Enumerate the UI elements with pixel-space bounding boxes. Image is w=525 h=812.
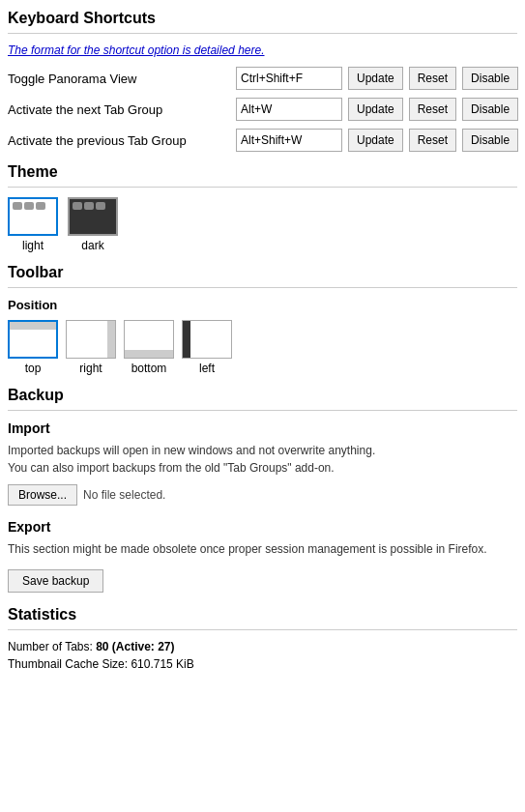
position-options: top right bottom left [8, 320, 517, 375]
keyboard-shortcuts-title: Keyboard Shortcuts [8, 10, 517, 27]
divider-backup [8, 410, 517, 411]
shortcut-row-2: Activate the previous Tab Group Update R… [8, 129, 517, 152]
position-label-right: right [79, 362, 102, 375]
cache-stat-label: Thumbnail Cache Size: [8, 657, 128, 671]
import-controls: Browse... No file selected. [8, 484, 517, 506]
shortcut-update-0[interactable]: Update [348, 67, 403, 90]
shortcut-label-1: Activate the next Tab Group [8, 102, 230, 117]
position-option-left[interactable]: left [182, 320, 232, 375]
position-preview-right [66, 320, 116, 359]
theme-preview-light [8, 197, 58, 236]
browse-button[interactable]: Browse... [8, 484, 77, 506]
export-title: Export [8, 519, 517, 535]
export-section: Export This section might be made obsole… [8, 519, 517, 593]
import-text: Imported backups will open in new window… [8, 442, 517, 477]
theme-dots-dark [70, 199, 116, 213]
shortcut-reset-0[interactable]: Reset [409, 67, 456, 90]
import-text-line2: You can also import backups from the old… [8, 461, 335, 475]
export-text: This section might be made obsolete once… [8, 540, 517, 558]
cache-stat-row: Thumbnail Cache Size: 610.715 KiB [8, 657, 517, 671]
statistics-section: Statistics Number of Tabs: 80 (Active: 2… [8, 606, 517, 671]
save-backup-button[interactable]: Save backup [8, 569, 103, 593]
bottom-bar [125, 350, 173, 358]
dot-2 [24, 202, 34, 210]
divider-stats [8, 629, 517, 630]
import-text-line1: Imported backups will open in new window… [8, 444, 375, 457]
shortcut-update-2[interactable]: Update [348, 129, 403, 152]
import-section: Import Imported backups will open in new… [8, 420, 517, 506]
shortcut-disable-0[interactable]: Disable [462, 67, 518, 90]
shortcut-input-0[interactable] [236, 67, 342, 90]
import-title: Import [8, 420, 517, 436]
theme-label-light: light [22, 239, 44, 252]
position-preview-top [8, 320, 58, 359]
theme-dots-light [10, 199, 56, 213]
shortcut-input-2[interactable] [236, 129, 342, 152]
tabs-stat-label: Number of Tabs: [8, 640, 93, 653]
shortcut-row-0: Toggle Panorama View Update Reset Disabl… [8, 67, 517, 90]
left-bar [183, 321, 190, 358]
right-bar [107, 321, 115, 358]
cache-stat-value: 610.715 KiB [131, 657, 193, 671]
theme-preview-dark [68, 197, 118, 236]
shortcut-format-link[interactable]: The format for the shortcut option is de… [8, 44, 517, 57]
backup-title: Backup [8, 387, 517, 404]
theme-option-light[interactable]: light [8, 197, 58, 252]
shortcut-label-2: Activate the previous Tab Group [8, 133, 230, 148]
position-option-right[interactable]: right [66, 320, 116, 375]
shortcut-rows: Toggle Panorama View Update Reset Disabl… [8, 67, 517, 152]
position-label-left: left [199, 362, 215, 375]
no-file-label: No file selected. [83, 488, 165, 502]
divider-toolbar [8, 287, 517, 288]
theme-options: light dark [8, 197, 517, 252]
position-preview-bottom [124, 320, 174, 359]
theme-option-dark[interactable]: dark [68, 197, 118, 252]
theme-label-dark: dark [81, 239, 103, 252]
keyboard-shortcuts-section: Keyboard Shortcuts The format for the sh… [8, 10, 517, 152]
toolbar-section: Toolbar Position top right bottom [8, 264, 517, 375]
tabs-stat-row: Number of Tabs: 80 (Active: 27) [8, 640, 517, 653]
divider-theme [8, 187, 517, 188]
shortcut-input-1[interactable] [236, 98, 342, 121]
divider-shortcuts [8, 33, 517, 34]
top-bar [10, 322, 56, 330]
shortcut-reset-1[interactable]: Reset [409, 98, 456, 121]
shortcut-row-1: Activate the next Tab Group Update Reset… [8, 98, 517, 121]
statistics-title: Statistics [8, 606, 517, 624]
dot-1 [13, 202, 22, 210]
dot-3 [36, 202, 45, 210]
shortcut-label-0: Toggle Panorama View [8, 72, 230, 86]
position-label: Position [8, 298, 517, 312]
position-preview-left [182, 320, 232, 359]
shortcut-update-1[interactable]: Update [348, 98, 403, 121]
theme-title: Theme [8, 163, 517, 181]
toolbar-title: Toolbar [8, 264, 517, 281]
theme-section: Theme light dark [8, 163, 517, 252]
shortcut-disable-2[interactable]: Disable [462, 129, 518, 152]
dot-5 [84, 202, 94, 210]
backup-section: Backup Import Imported backups will open… [8, 387, 517, 593]
position-label-top: top [25, 362, 42, 375]
position-option-top[interactable]: top [8, 320, 58, 375]
shortcut-reset-2[interactable]: Reset [409, 129, 456, 152]
dot-4 [73, 202, 82, 210]
position-label-bottom: bottom [131, 362, 167, 375]
shortcut-disable-1[interactable]: Disable [462, 98, 518, 121]
dot-6 [96, 202, 105, 210]
position-option-bottom[interactable]: bottom [124, 320, 174, 375]
tabs-stat-value: 80 (Active: 27) [96, 640, 174, 653]
